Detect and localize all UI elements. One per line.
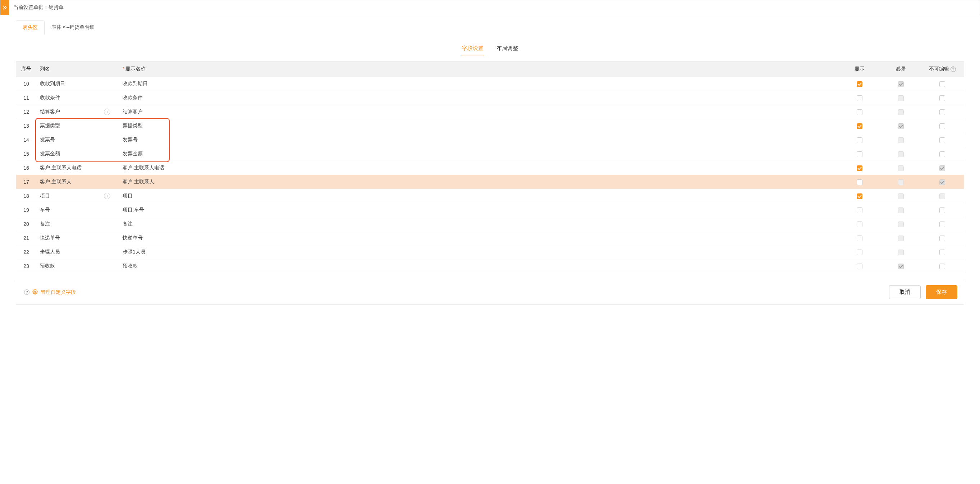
show-checkbox[interactable]	[857, 193, 862, 199]
show-checkbox[interactable]	[857, 264, 862, 269]
lock-checkbox[interactable]	[939, 137, 945, 143]
cell-display-name[interactable]: 收款条件	[119, 91, 838, 105]
show-checkbox[interactable]	[857, 236, 862, 241]
lock-checkbox[interactable]	[939, 81, 945, 87]
cell-display-name[interactable]: 发票金额	[119, 147, 838, 161]
cell-display-name[interactable]: 发票号	[119, 133, 838, 147]
cell-seq: 14	[16, 133, 36, 147]
sub-tabs: 字段设置 布局调整	[0, 42, 980, 56]
footer-left: ? 管理自定义字段	[23, 289, 76, 296]
table-row[interactable]: 13票据类型票据类型	[16, 119, 964, 133]
area-tabs: 表头区 表体区–销货单明细	[0, 20, 980, 34]
table-row[interactable]: 20备注备注	[16, 217, 964, 231]
cell-display-name[interactable]: 结算客户	[119, 105, 838, 119]
lock-checkbox	[939, 166, 945, 171]
cell-show	[838, 105, 881, 119]
required-checkbox	[898, 109, 904, 115]
cell-name: 发票号	[36, 133, 119, 147]
table-row[interactable]: 22步骤人员步骤1人员	[16, 245, 964, 259]
show-checkbox[interactable]	[857, 151, 862, 157]
cell-display-name[interactable]: 预收款	[119, 259, 838, 273]
cell-display-name[interactable]: 客户.主联系人	[119, 175, 838, 189]
help-icon[interactable]: ?	[951, 67, 956, 72]
cell-display-name[interactable]: 收款到期日	[119, 77, 838, 91]
expand-sidebar-button[interactable]	[0, 0, 9, 15]
show-checkbox[interactable]	[857, 109, 862, 115]
manage-custom-fields-link[interactable]: 管理自定义字段	[41, 289, 76, 296]
subtab-layout[interactable]: 布局调整	[496, 42, 519, 56]
show-checkbox[interactable]	[857, 137, 862, 143]
cell-seq: 19	[16, 203, 36, 217]
table-row[interactable]: 17客户.主联系人客户.主联系人	[16, 175, 964, 189]
table-row[interactable]: 16客户.主联系人电话客户.主联系人电话	[16, 161, 964, 175]
show-checkbox[interactable]	[857, 180, 862, 185]
show-checkbox[interactable]	[857, 81, 862, 87]
required-checkbox	[898, 207, 904, 213]
lock-checkbox	[939, 193, 945, 199]
cell-name: 车号	[36, 203, 119, 217]
required-checkbox	[898, 81, 904, 87]
cell-display-name[interactable]: 票据类型	[119, 119, 838, 133]
lock-checkbox[interactable]	[939, 123, 945, 129]
save-button[interactable]: 保存	[926, 285, 957, 299]
table-row[interactable]: 21快递单号快递单号	[16, 231, 964, 245]
cell-show	[838, 77, 881, 91]
lock-checkbox[interactable]	[939, 95, 945, 101]
add-child-button[interactable]: +	[104, 108, 110, 115]
cell-required	[881, 91, 921, 105]
cell-name: 客户.主联系人电话	[36, 161, 119, 175]
lock-checkbox[interactable]	[939, 264, 945, 269]
col-header-display: *显示名称	[119, 62, 838, 77]
cell-show	[838, 189, 881, 203]
table-row[interactable]: 19车号项目.车号	[16, 203, 964, 217]
cell-lock	[921, 105, 964, 119]
lock-checkbox[interactable]	[939, 207, 945, 213]
show-checkbox[interactable]	[857, 123, 862, 129]
cell-name: 快递单号	[36, 231, 119, 245]
table-row[interactable]: 11收款条件收款条件	[16, 91, 964, 105]
cell-lock	[921, 133, 964, 147]
table-row[interactable]: 15发票金额发票金额	[16, 147, 964, 161]
help-icon[interactable]: ?	[24, 290, 29, 295]
table-row[interactable]: 12结算客户+结算客户	[16, 105, 964, 119]
cell-required	[881, 231, 921, 245]
cancel-button[interactable]: 取消	[889, 285, 921, 299]
cell-display-name[interactable]: 项目.车号	[119, 203, 838, 217]
required-checkbox	[898, 193, 904, 199]
cell-display-name[interactable]: 客户.主联系人电话	[119, 161, 838, 175]
show-checkbox[interactable]	[857, 207, 862, 213]
show-checkbox[interactable]	[857, 221, 862, 227]
lock-checkbox[interactable]	[939, 236, 945, 241]
cell-display-name[interactable]: 项目	[119, 189, 838, 203]
cell-lock	[921, 147, 964, 161]
cell-lock	[921, 189, 964, 203]
lock-checkbox[interactable]	[939, 151, 945, 157]
cell-required	[881, 175, 921, 189]
cell-name: 收款到期日	[36, 77, 119, 91]
tab-header-area[interactable]: 表头区	[16, 21, 45, 35]
subtab-fields[interactable]: 字段设置	[461, 42, 484, 56]
lock-checkbox[interactable]	[939, 221, 945, 227]
table-row[interactable]: 23预收款预收款	[16, 259, 964, 273]
lock-checkbox[interactable]	[939, 109, 945, 115]
required-checkbox	[898, 180, 904, 185]
cell-lock	[921, 217, 964, 231]
cell-lock	[921, 119, 964, 133]
table-row[interactable]: 10收款到期日收款到期日	[16, 77, 964, 91]
required-checkbox	[898, 95, 904, 101]
top-bar: 当前设置单据：销货单	[0, 0, 980, 15]
cell-seq: 21	[16, 231, 36, 245]
lock-checkbox[interactable]	[939, 250, 945, 255]
lock-checkbox	[939, 180, 945, 185]
show-checkbox[interactable]	[857, 95, 862, 101]
show-checkbox[interactable]	[857, 250, 862, 255]
add-child-button[interactable]: +	[104, 193, 110, 199]
cell-display-name[interactable]: 快递单号	[119, 231, 838, 245]
table-row[interactable]: 18项目+项目	[16, 189, 964, 203]
show-checkbox[interactable]	[857, 166, 862, 171]
tab-body-area[interactable]: 表体区–销货单明细	[45, 20, 101, 34]
cell-display-name[interactable]: 步骤1人员	[119, 245, 838, 259]
cell-display-name[interactable]: 备注	[119, 217, 838, 231]
gear-icon	[32, 289, 38, 296]
table-row[interactable]: 14发票号发票号	[16, 133, 964, 147]
